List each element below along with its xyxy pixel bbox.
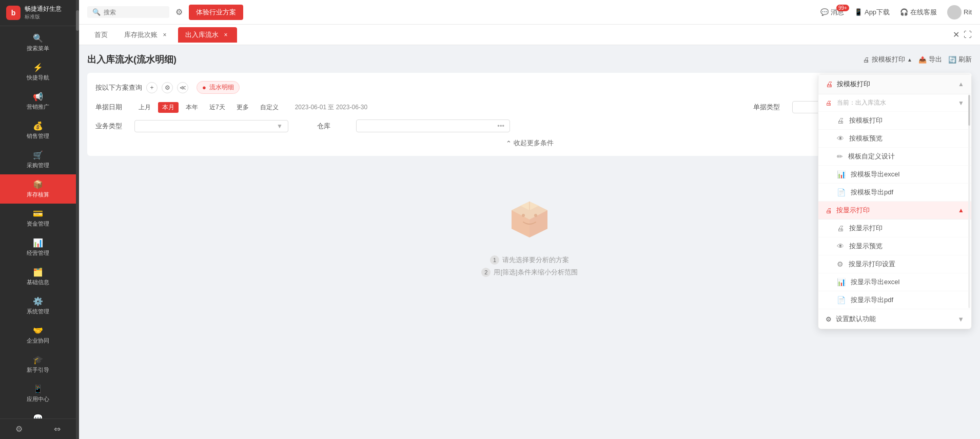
system-icon: ⚙️ [33,296,43,306]
dropdown-display-export-pdf[interactable]: 📄 按显示导出pdf [818,291,971,309]
refresh-btn[interactable]: 🔄 刷新 [948,55,972,64]
date-field-label: 单据日期 [95,103,126,112]
warehouse-more-icon: ••• [497,122,504,130]
logo-icon: b [6,6,21,20]
enterprise-icon: 🤝 [33,326,43,335]
gear-icon[interactable]: ⚙ [175,7,183,17]
date-shortcut-last-month[interactable]: 上月 [134,102,155,113]
sidebar-item-search[interactable]: 🔍 搜索菜单 [0,28,76,57]
app-subtitle: 标准版 [25,13,62,21]
date-shortcut-current-year[interactable]: 本年 [182,102,202,113]
close-flow-icon[interactable]: × [222,31,230,39]
online-service-label: 在线客服 [910,8,937,17]
sidebar-item-basic[interactable]: 🗂️ 基础信息 [0,262,76,291]
topbar-search-box[interactable]: 🔍 [87,6,169,18]
sidebar-item-finance[interactable]: 💳 资金管理 [0,204,76,233]
dropdown-display-preview[interactable]: 👁 按显示预览 [818,237,971,255]
sidebar-item-apps[interactable]: 📱 应用中心 [0,379,76,408]
dropdown-header-arrow-icon: ▲ [958,81,964,88]
industry-btn[interactable]: 体验行业方案 [189,5,243,20]
collapse-filter-btn[interactable]: ≪ [177,82,188,93]
settings-bottom-icon[interactable]: ⚙ [15,424,23,434]
operation-icon: 📊 [33,238,43,248]
sidebar-item-marketing[interactable]: 📢 营销推广 [0,87,76,116]
dropdown-header-left: 🖨 按模板打印 [826,79,870,89]
warehouse-label: 仓库 [317,122,348,131]
active-filter-tag[interactable]: ● 流水明细 [197,81,240,94]
warehouse-select[interactable]: ••• [356,119,510,132]
display-export-pdf-label: 按显示导出pdf [851,295,964,305]
apps-icon: 📱 [33,384,43,394]
sidebar-item-inventory[interactable]: 📦 库存核算 [0,174,76,204]
tab-home[interactable]: 首页 [87,27,115,43]
user-info[interactable]: Rit [947,5,972,19]
dropdown-current-arrow-icon: ▼ [958,99,964,107]
template-preview-icon: 👁 [837,134,844,143]
display-print-header-left: 🖨 按显示打印 [826,206,870,215]
export-btn[interactable]: 📤 导出 [918,55,942,64]
tab-batch-account-label: 库存批次账 [124,30,158,39]
filter-header-text: 按以下方案查询 [95,83,142,92]
dropdown-template-print[interactable]: 🖨 按模板打印 [818,112,971,130]
collapse-sidebar-icon[interactable]: ⇔ [54,424,61,434]
app-download-btn[interactable]: 📱 App下载 [854,8,890,17]
tag-icon: ● [202,84,206,91]
tabbar-right-icons: ✕ ⛶ [953,30,972,39]
dropdown-display-export-excel[interactable]: 📊 按显示导出excel [818,273,971,291]
date-shortcut-current-month[interactable]: 本月 [158,102,179,113]
purchase-icon: 🛒 [33,150,43,160]
dropdown-display-print[interactable]: 🖨 按显示打印 [818,220,971,237]
username: Rit [964,8,972,16]
add-filter-btn[interactable]: + [146,82,158,93]
finance-icon: 💳 [33,209,43,218]
dropdown-display-print-setting[interactable]: ⚙ 按显示打印设置 [818,255,971,273]
guide-icon: 🎓 [33,355,43,365]
dropdown-template-export-excel[interactable]: 📊 按模板导出excel [818,166,971,184]
print-dropdown-panel: 🖨 按模板打印 ▲ 🖨 当前：出入库流水 ▼ 🖨 按模板打印 👁 按模板预览 [818,74,972,329]
tab-flow[interactable]: 出入库流水 × [178,27,237,43]
sidebar-item-purchase[interactable]: 🛒 采购管理 [0,145,76,174]
dropdown-template-custom[interactable]: ✏ 模板自定义设计 [818,148,971,166]
display-print-section-header[interactable]: 🖨 按显示打印 ▲ [818,202,971,220]
svg-point-6 [522,214,525,217]
business-type-select[interactable]: ▼ [134,120,288,132]
marketing-icon: 📢 [33,92,43,102]
sidebar-item-label-apps: 应用中心 [27,395,49,403]
template-preview-label: 按模板预览 [849,134,964,143]
sidebar-bottom: ⚙ ⇔ [0,418,76,439]
settings-filter-btn[interactable]: ⚙ [162,82,173,93]
display-pdf-icon: 📄 [837,296,846,304]
display-print-setting-label: 按显示打印设置 [849,260,964,269]
display-excel-icon: 📊 [837,278,846,286]
online-service-btn[interactable]: 🎧 在线客服 [900,8,937,17]
tab-batch-account[interactable]: 库存批次账 × [117,27,176,43]
sidebar-item-wechat[interactable]: 💬 企业微信 [0,408,76,418]
dropdown-footer[interactable]: ⚙ 设置默认功能 ▼ [818,309,971,329]
sidebar-item-label-marketing: 营销推广 [27,103,49,111]
close-batch-account-icon[interactable]: × [161,31,169,39]
date-shortcut-custom[interactable]: 自定义 [256,102,283,113]
date-shortcut-more[interactable]: 更多 [232,102,253,113]
print-template-btn[interactable]: 🖨 按模板打印 ▲ [863,55,912,64]
dropdown-current-item[interactable]: 🖨 当前：出入库流水 ▼ [818,94,971,112]
empty-hint-1: 1 请先选择要分析的方案 [490,255,569,265]
footer-label: 设置默认功能 [836,314,957,324]
dropdown-template-export-pdf[interactable]: 📄 按模板导出pdf [818,184,971,202]
display-print-header-label: 按显示打印 [836,206,870,215]
dropdown-template-preview[interactable]: 👁 按模板预览 [818,130,971,148]
dropdown-scrollbar-thumb [968,95,970,126]
message-btn[interactable]: 💬 消息 99+ [820,8,844,17]
search-input[interactable] [104,9,160,16]
sidebar-item-system[interactable]: ⚙️ 系统管理 [0,291,76,321]
close-window-icon[interactable]: ✕ [953,30,959,39]
sidebar-item-quick-nav[interactable]: ⚡ 快捷导航 [0,57,76,87]
date-shortcut-last-7[interactable]: 近7天 [205,102,229,113]
maximize-window-icon[interactable]: ⛶ [964,30,972,39]
dropdown-header[interactable]: 🖨 按模板打印 ▲ [818,74,971,94]
sidebar-item-operation[interactable]: 📊 经营管理 [0,233,76,262]
sidebar-item-enterprise[interactable]: 🤝 企业协同 [0,321,76,350]
print-template-label: 按模板打印 [872,55,905,64]
sidebar-item-sales[interactable]: 💰 销售管理 [0,116,76,145]
footer-arrow-icon: ▼ [957,315,964,323]
sidebar-item-guide[interactable]: 🎓 新手引导 [0,350,76,379]
